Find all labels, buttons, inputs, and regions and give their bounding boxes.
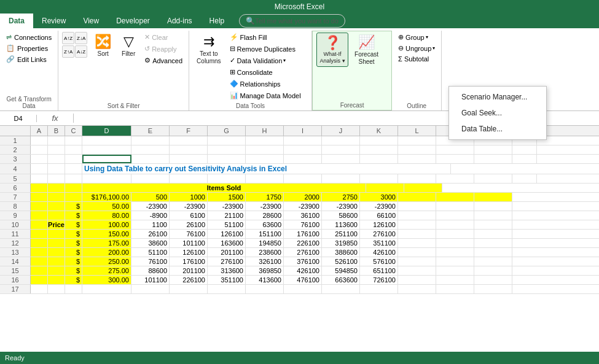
cell-d5[interactable] <box>82 174 131 183</box>
data-validation-button[interactable]: ✓ Data Validation ▾ <box>227 55 303 66</box>
cell-l16[interactable] <box>398 276 436 284</box>
cell-b13[interactable] <box>48 248 65 257</box>
cell-n14[interactable] <box>474 257 512 266</box>
cell-e3[interactable] <box>131 155 170 163</box>
sort-az2-icon[interactable]: Z↑A <box>62 45 74 58</box>
cell-l12[interactable] <box>398 239 436 247</box>
tell-me-input[interactable]: 🔍 Tell me what you want to do <box>239 14 345 28</box>
edit-links-button[interactable]: 🔗 Edit Links <box>4 54 49 64</box>
cell-b6[interactable] <box>48 184 65 192</box>
sort-button[interactable]: 🔀 Sort <box>91 32 115 60</box>
cell-m17[interactable] <box>436 285 474 293</box>
cell-m13[interactable] <box>436 248 474 257</box>
col-header-e[interactable]: E <box>131 126 170 136</box>
cell-l9[interactable] <box>398 211 436 220</box>
cell-e1[interactable] <box>131 136 170 145</box>
cell-n8[interactable] <box>474 202 512 211</box>
cell-n6[interactable] <box>404 184 442 192</box>
advanced-button[interactable]: ⚙ Advanced <box>142 55 185 66</box>
group-button[interactable]: ⊕ Group ▾ <box>396 32 431 42</box>
cell-m6[interactable] <box>366 184 404 192</box>
cell-a16[interactable] <box>31 276 48 284</box>
cell-n15[interactable] <box>474 266 512 275</box>
cell-c6[interactable] <box>65 184 82 192</box>
tab-addins[interactable]: Add-ins <box>159 14 201 28</box>
cell-b12[interactable] <box>48 239 65 247</box>
cell-d1[interactable] <box>82 136 131 145</box>
cell-h17[interactable] <box>246 285 284 293</box>
cell-k3[interactable] <box>360 155 398 163</box>
sort-za-icon[interactable]: Z↓A <box>75 32 87 44</box>
cell-d2[interactable] <box>82 145 131 154</box>
cell-i3[interactable] <box>284 155 322 163</box>
cell-a10[interactable] <box>31 220 48 229</box>
col-header-g[interactable]: G <box>208 126 246 136</box>
cell-e5[interactable] <box>131 174 170 183</box>
cell-b7[interactable] <box>48 193 65 201</box>
cell-j2[interactable] <box>322 145 360 154</box>
tab-data[interactable]: Data <box>0 14 33 28</box>
cell-n7[interactable] <box>474 193 512 201</box>
cell-l7[interactable] <box>398 193 436 201</box>
cell-g3[interactable] <box>208 155 246 163</box>
cell-a13[interactable] <box>31 248 48 257</box>
sort-za2-icon[interactable]: A↓Z <box>75 45 87 58</box>
what-if-analysis-button[interactable]: ❓ What-If Analysis ▾ <box>316 33 348 67</box>
cell-c17[interactable] <box>65 285 82 293</box>
clear-button[interactable]: ✕ Clear <box>142 32 185 42</box>
cell-n9[interactable] <box>474 211 512 220</box>
cell-g1[interactable] <box>208 136 246 145</box>
cell-l2[interactable] <box>398 145 436 154</box>
col-header-c[interactable]: C <box>65 126 82 136</box>
cell-k5[interactable] <box>360 174 398 183</box>
cell-f2[interactable] <box>170 145 208 154</box>
cell-f1[interactable] <box>170 136 208 145</box>
col-header-b[interactable]: B <box>48 126 65 136</box>
cell-f17[interactable] <box>170 285 208 293</box>
cell-l15[interactable] <box>398 266 436 275</box>
cell-n10[interactable] <box>474 220 512 229</box>
cell-c1[interactable] <box>65 136 82 145</box>
cell-l5[interactable] <box>398 174 436 183</box>
cell-m11[interactable] <box>436 230 474 238</box>
cell-b3[interactable] <box>48 155 65 163</box>
cell-m12[interactable] <box>436 239 474 247</box>
cell-n3[interactable] <box>474 155 512 163</box>
cell-m16[interactable] <box>436 276 474 284</box>
cell-b5[interactable] <box>48 174 65 183</box>
cell-m15[interactable] <box>436 266 474 275</box>
text-to-columns-button[interactable]: ⇉ Text to Columns <box>193 32 224 67</box>
cell-l1[interactable] <box>398 136 436 145</box>
cell-l8[interactable] <box>398 202 436 211</box>
cell-c7[interactable] <box>65 193 82 201</box>
cell-k17[interactable] <box>360 285 398 293</box>
cell-b11[interactable] <box>48 230 65 238</box>
cell-b9[interactable] <box>48 211 65 220</box>
cell-a12[interactable] <box>31 239 48 247</box>
flash-fill-button[interactable]: ⚡ Flash Fill <box>227 32 303 42</box>
cell-l3[interactable] <box>398 155 436 163</box>
cell-m3[interactable] <box>436 155 474 163</box>
cell-n16[interactable] <box>474 276 512 284</box>
cell-a2[interactable] <box>31 145 48 154</box>
col-header-l[interactable]: L <box>398 126 436 136</box>
cell-g5[interactable] <box>208 174 246 183</box>
cell-c4[interactable] <box>65 164 82 174</box>
cell-i17[interactable] <box>284 285 322 293</box>
cell-a3[interactable] <box>31 155 48 163</box>
cell-b4[interactable] <box>48 164 65 174</box>
cell-o5[interactable] <box>512 174 537 183</box>
col-header-f[interactable]: F <box>170 126 208 136</box>
cell-a1[interactable] <box>31 136 48 145</box>
cell-l10[interactable] <box>398 220 436 229</box>
connections-button[interactable]: ⇌ Connections <box>4 32 54 42</box>
cell-n5[interactable] <box>474 174 512 183</box>
cell-n13[interactable] <box>474 248 512 257</box>
cell-m5[interactable] <box>436 174 474 183</box>
cell-a11[interactable] <box>31 230 48 238</box>
tab-help[interactable]: Help <box>201 14 233 28</box>
properties-button[interactable]: 📋 Properties <box>4 43 50 53</box>
cell-m10[interactable] <box>436 220 474 229</box>
cell-d3[interactable] <box>82 155 131 163</box>
col-header-h[interactable]: H <box>246 126 284 136</box>
